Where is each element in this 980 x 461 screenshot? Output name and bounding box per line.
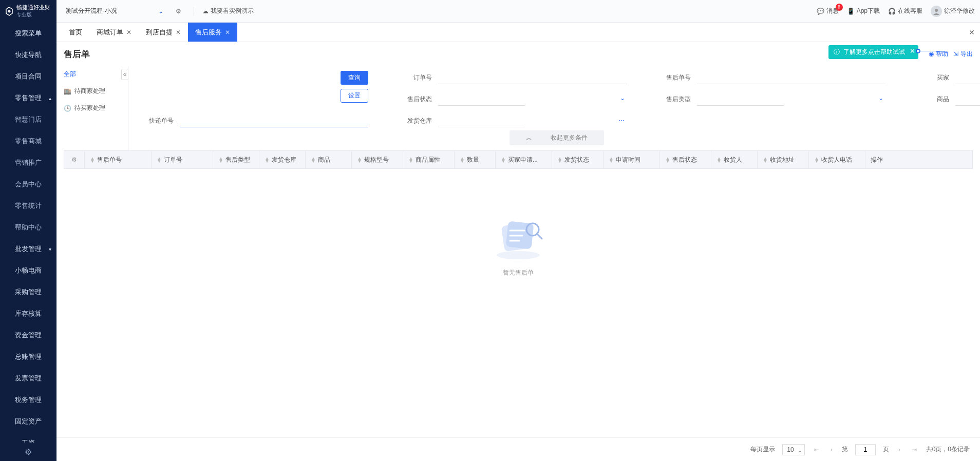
column-header[interactable]: ▲▼规格型号	[352, 151, 403, 168]
per-page-select[interactable]: 10 ⌄	[782, 444, 804, 455]
sidebar-subitem[interactable]: 零售商城	[0, 130, 56, 152]
demo-link[interactable]: ☁ 我要看实例演示	[202, 7, 254, 15]
more-icon[interactable]: ⋯	[618, 117, 625, 124]
column-header[interactable]: ▲▼售后单号	[85, 151, 152, 168]
label-after-status: 售后状态	[399, 95, 432, 104]
sidebar-item[interactable]: 快捷导航	[0, 44, 56, 66]
filter-tab[interactable]: 🏬待商家处理	[56, 83, 128, 100]
export-button[interactable]: ⇲ 导出	[953, 50, 973, 59]
column-header[interactable]: ▲▼商品属性	[403, 151, 455, 168]
sort-icon: ▲▼	[90, 157, 95, 162]
column-header[interactable]: ▲▼收货地址	[758, 151, 809, 168]
filter-tab[interactable]: 全部	[56, 66, 128, 83]
sidebar-item[interactable]: 固定资产	[0, 411, 56, 432]
tab-label: 首页	[69, 28, 82, 37]
input-express-no[interactable]	[180, 114, 368, 127]
filter-collapse-handle[interactable]: «	[121, 69, 128, 80]
tab[interactable]: 售后服务✕	[188, 23, 237, 42]
label-after-type: 售后类型	[658, 95, 691, 104]
sidebar-item[interactable]: 发票管理	[0, 368, 56, 389]
field-after-no: 售后单号	[658, 71, 885, 84]
flow-settings-icon[interactable]: ⚙	[172, 8, 185, 15]
column-label: 买家申请...	[508, 156, 538, 164]
sidebar-menu: 搜索菜单快捷导航项目合同零售管理▴智慧门店零售商城营销推广会员中心零售统计帮助中…	[0, 23, 56, 443]
sort-icon: ▲▼	[408, 157, 413, 162]
column-header[interactable]: ▲▼售后状态	[660, 151, 711, 168]
query-button[interactable]: 查询	[341, 71, 368, 85]
gear-icon: ⚙	[25, 447, 32, 457]
close-icon[interactable]: ✕	[225, 29, 230, 36]
column-header[interactable]: ▲▼售后类型	[213, 151, 259, 168]
sidebar-item[interactable]: 税务管理	[0, 389, 56, 411]
select-after-status[interactable]	[438, 92, 525, 106]
user-menu[interactable]: 徐泽华修改	[931, 6, 975, 17]
column-header[interactable]: ▲▼订单号	[152, 151, 213, 168]
app-download-button[interactable]: 📱 App下载	[847, 7, 880, 15]
input-buyer[interactable]	[955, 71, 980, 84]
settings-button[interactable]: 设置	[341, 89, 368, 103]
column-label: 售后类型	[225, 156, 250, 164]
sidebar-subitem[interactable]: 智慧门店	[0, 109, 56, 130]
sidebar-subitem[interactable]: 零售统计	[0, 195, 56, 217]
sidebar-item[interactable]: 项目合同	[0, 66, 56, 87]
column-header[interactable]: ▲▼数量	[455, 151, 496, 168]
online-service-button[interactable]: 🎧 在线客服	[888, 7, 922, 15]
select-after-type[interactable]	[697, 92, 784, 106]
prev-page-button[interactable]: ‹	[828, 446, 835, 453]
page-prefix: 第	[842, 445, 848, 454]
sidebar-item[interactable]: 采购管理	[0, 281, 56, 303]
column-header[interactable]: ▲▼发货状态	[552, 151, 604, 168]
sidebar-item[interactable]: 小畅电商	[0, 260, 56, 281]
svg-point-0	[8, 10, 11, 13]
collapse-more-button[interactable]: ︽ 收起更多条件	[510, 130, 604, 145]
input-warehouse[interactable]	[438, 114, 525, 127]
column-header[interactable]: ▲▼发货仓库	[259, 151, 306, 168]
column-label: 数量	[467, 156, 479, 164]
input-product[interactable]	[955, 92, 980, 106]
help-banner[interactable]: ⓘ 了解更多点击帮助试试 ✕	[828, 45, 918, 59]
next-page-button[interactable]: ›	[896, 446, 902, 453]
last-page-button[interactable]: ⇥	[910, 446, 919, 453]
close-icon[interactable]: ✕	[176, 29, 181, 36]
first-page-button[interactable]: ⇤	[812, 446, 821, 453]
sidebar-settings[interactable]: ⚙	[0, 443, 56, 461]
messages-button[interactable]: 💬 消息 8	[817, 7, 839, 15]
page-suffix: 页	[883, 445, 889, 454]
column-header[interactable]: ▲▼商品	[306, 151, 352, 168]
sidebar-subitem[interactable]: 会员中心	[0, 174, 56, 195]
page-input[interactable]	[855, 444, 876, 455]
sidebar-item[interactable]: 零售管理▴	[0, 87, 56, 109]
chevron-down-icon[interactable]: ⌄	[878, 94, 883, 102]
tab[interactable]: 商城订单✕	[89, 23, 139, 42]
filter-tab[interactable]: 🕓待买家处理	[56, 100, 128, 117]
sidebar-item[interactable]: 库存核算	[0, 303, 56, 324]
column-settings-button[interactable]: ⚙	[64, 151, 85, 168]
close-icon[interactable]: ✕	[910, 47, 915, 55]
sidebar-subitem[interactable]: 帮助中心	[0, 217, 56, 238]
column-header[interactable]: ▲▼买家申请...	[496, 151, 552, 168]
tabs-close-all[interactable]: ✕	[964, 23, 980, 42]
column-header[interactable]: ▲▼申请时间	[604, 151, 660, 168]
input-order-no[interactable]	[438, 71, 627, 84]
label-warehouse: 发货仓库	[399, 117, 432, 125]
sidebar-item[interactable]: 批发管理▾	[0, 238, 56, 260]
tab[interactable]: 到店自提✕	[139, 23, 188, 42]
chevron-down-icon[interactable]: ⌄	[620, 94, 625, 102]
flow-selector[interactable]: 测试分开流程-小况 ⌄	[62, 5, 167, 17]
column-label: 收货人	[724, 156, 742, 164]
field-warehouse: 发货仓库 ⋯	[399, 114, 627, 127]
sidebar-item[interactable]: 总账管理	[0, 346, 56, 368]
column-header[interactable]: ▲▼收货人	[711, 151, 758, 168]
close-icon[interactable]: ✕	[126, 29, 131, 36]
column-header[interactable]: 操作	[865, 151, 907, 168]
sidebar-subitem[interactable]: 营销推广	[0, 152, 56, 174]
sidebar-item[interactable]: 工资	[0, 432, 56, 443]
brand-logo[interactable]: 畅捷通好业财 专业版	[0, 0, 56, 23]
input-after-no[interactable]	[697, 71, 885, 84]
tab[interactable]: 首页	[62, 23, 89, 42]
sidebar-item[interactable]: 资金管理	[0, 324, 56, 346]
sort-icon: ▲▼	[665, 157, 670, 162]
column-label: 收货人电话	[821, 156, 852, 164]
sidebar-item[interactable]: 搜索菜单	[0, 23, 56, 44]
column-header[interactable]: ▲▼收货人电话	[809, 151, 865, 168]
